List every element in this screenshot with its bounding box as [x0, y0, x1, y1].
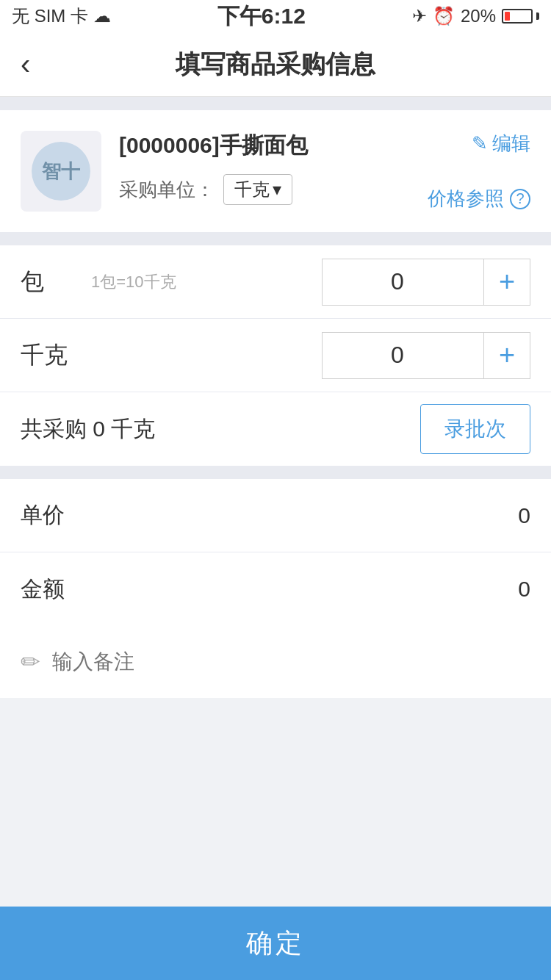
product-card: 智十 [0000006]手撕面包 采购单位： 千克 ▾ ✎ 编辑 价格参照 ?	[0, 110, 551, 232]
input-section: 包 1包=10千克 + 千克 +	[0, 245, 551, 392]
unit-label: 采购单位：	[119, 177, 215, 203]
edit-button[interactable]: ✎ 编辑	[472, 131, 530, 156]
mid-separator-1	[0, 232, 551, 245]
kg-plus-button[interactable]: +	[483, 332, 530, 379]
status-right: ✈ ⏰ 20%	[412, 6, 539, 26]
bao-label: 包	[21, 266, 79, 298]
location-icon: ✈	[412, 6, 427, 26]
top-separator	[0, 97, 551, 110]
alarm-icon: ⏰	[433, 6, 455, 26]
page-title: 填写商品采购信息	[176, 48, 375, 82]
total-row: 共采购 0 千克 录批次	[0, 392, 551, 466]
edit-icon: ✎	[472, 132, 488, 155]
bao-input-row: 包 1包=10千克 +	[0, 245, 551, 319]
price-section: 单价 0 金额 0	[0, 479, 551, 626]
kg-input-wrap: +	[322, 332, 530, 379]
mid-separator-2	[0, 466, 551, 479]
battery-percent: 20%	[461, 6, 496, 26]
bao-input-wrap: +	[322, 259, 530, 306]
pencil-icon: ✏	[21, 648, 40, 676]
sim-status: 无 SIM 卡 ☁	[12, 4, 111, 28]
amount-value: 0	[518, 577, 530, 602]
note-section: ✏	[0, 626, 551, 698]
batch-button[interactable]: 录批次	[420, 404, 530, 454]
nav-bar: ‹ 填写商品采购信息	[0, 32, 551, 97]
amount-row: 金额 0	[0, 552, 551, 626]
kg-input[interactable]	[322, 332, 483, 379]
battery-icon	[502, 9, 539, 24]
empty-area	[0, 698, 551, 918]
unit-price-row: 单价 0	[0, 479, 551, 552]
help-icon: ?	[510, 189, 530, 209]
total-text: 共采购 0 千克	[21, 414, 155, 444]
back-button[interactable]: ‹	[21, 48, 30, 81]
product-image: 智十	[21, 131, 101, 212]
price-ref-button[interactable]: 价格参照 ?	[428, 186, 530, 212]
chevron-down-icon: ▾	[273, 179, 281, 200]
confirm-button[interactable]: 确定	[0, 907, 551, 980]
unit-price-value: 0	[518, 503, 530, 528]
confirm-label: 确定	[246, 926, 305, 962]
bao-sublabel: 1包=10千克	[91, 271, 310, 293]
product-logo: 智十	[32, 142, 90, 201]
product-name: [0000006]手撕面包	[119, 131, 530, 161]
bao-input[interactable]	[322, 259, 483, 306]
kg-label: 千克	[21, 339, 79, 372]
status-left: 无 SIM 卡 ☁	[12, 4, 111, 28]
kg-input-row: 千克 +	[0, 319, 551, 392]
unit-select[interactable]: 千克 ▾	[223, 174, 292, 205]
status-bar: 无 SIM 卡 ☁ 下午6:12 ✈ ⏰ 20%	[0, 0, 551, 32]
amount-label: 金额	[21, 574, 65, 605]
edit-label: 编辑	[492, 131, 530, 156]
unit-value: 千克	[234, 178, 270, 201]
bao-plus-button[interactable]: +	[483, 259, 530, 306]
unit-price-label: 单价	[21, 500, 65, 530]
note-input[interactable]	[52, 650, 530, 674]
status-time: 下午6:12	[217, 1, 306, 32]
price-ref-label: 价格参照	[428, 186, 504, 212]
